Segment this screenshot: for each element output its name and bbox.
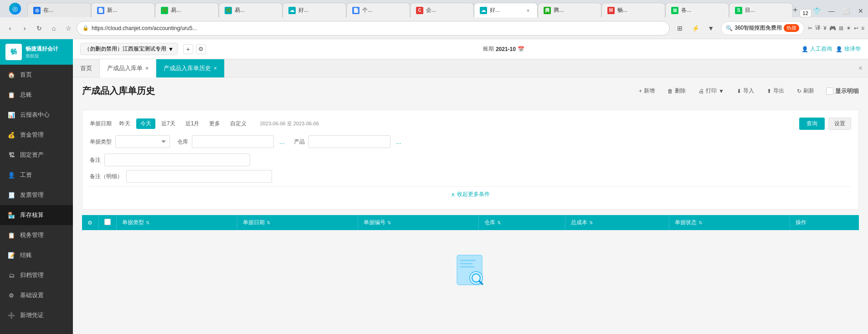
home-btn[interactable]: ⌂ <box>47 22 60 35</box>
grid-tool[interactable]: ⊞ <box>839 25 843 31</box>
list-tab-close[interactable]: × <box>145 65 149 72</box>
lightning-icon[interactable]: ⚡ <box>689 22 702 35</box>
sidebar-item-home[interactable]: 🏠 首页 <box>0 65 73 85</box>
translate-tool[interactable]: 译 <box>815 24 821 32</box>
close-btn[interactable]: ✕ <box>855 5 866 16</box>
export-btn[interactable]: ⬆ 导出 <box>762 85 789 97</box>
sidebar-item-inventory[interactable]: 🏪 库存核算 <box>0 205 73 225</box>
tab-tencent[interactable]: 腾 腾... <box>538 3 601 17</box>
sort-voucher-status[interactable]: 单据状态 ⇅ <box>675 219 784 226</box>
date-btn-yesterday[interactable]: 昨天 <box>115 118 134 129</box>
product-more-icon[interactable]: ... <box>394 138 403 145</box>
sun-tool[interactable]: ☀ <box>846 25 851 31</box>
game-tool[interactable]: 🎮 <box>829 25 836 31</box>
tab-easy2[interactable]: 🌿 易... <box>219 3 282 17</box>
calendar-icon[interactable]: 📅 <box>518 46 524 52</box>
breadcrumb-tab-history[interactable]: 产成品入库单历史 × <box>156 59 225 77</box>
company-selector[interactable]: （勿删勿禁用）江西服宝测试专用 ▼ <box>80 43 178 55</box>
sort-voucher-date[interactable]: 单据日期 ⇅ <box>243 219 352 226</box>
shirt-icon[interactable]: 👕 <box>812 5 822 16</box>
maximize-btn[interactable]: ⬜ <box>841 5 852 16</box>
sidebar-item-ledger[interactable]: 📋 总账 <box>0 85 73 105</box>
sort-voucher-no[interactable]: 单据编号 ⇅ <box>364 219 473 226</box>
refresh-btn[interactable]: ↻ 刷新 <box>792 85 819 97</box>
sort-voucher-type[interactable]: 单据类型 ⇅ <box>122 219 231 226</box>
favorite-btn[interactable]: ☆ <box>62 22 75 35</box>
th-voucher-no[interactable]: 单据编号 ⇅ <box>358 215 478 230</box>
breadcrumb-home[interactable]: 首页 <box>73 59 100 77</box>
tab-in-logo[interactable]: ◎ 在... <box>27 3 91 17</box>
sidebar-item-fund[interactable]: 💰 资金管理 <box>0 125 73 145</box>
query-btn[interactable]: 查询 <box>799 118 825 130</box>
product-input[interactable] <box>308 135 390 148</box>
url-bar[interactable]: 🔒 https://cloud.chanjet.com/accounting/u… <box>77 21 670 36</box>
app-logo-icon[interactable]: ◎ <box>9 3 21 15</box>
tab-each[interactable]: ⊞ 各... <box>665 3 729 17</box>
warehouse-input[interactable] <box>192 135 274 148</box>
tab-target[interactable]: S 目... <box>729 3 793 17</box>
panel-close-btn[interactable]: × <box>858 64 863 72</box>
select-all-checkbox[interactable] <box>104 219 111 225</box>
tab-easy1[interactable]: 🌿 易... <box>155 3 219 17</box>
user-service-btn[interactable]: 👤 人工咨询 <box>801 45 832 53</box>
remark-detail-input[interactable] <box>126 170 272 183</box>
arrow-down-icon[interactable]: ▼ <box>704 22 717 35</box>
date-btn-more[interactable]: 更多 <box>205 118 224 129</box>
tab-chang[interactable]: M 畅... <box>601 3 665 17</box>
user-profile-btn[interactable]: 👤 徐泽华 <box>836 45 861 53</box>
tab-personal[interactable]: 📄 个... <box>346 3 410 17</box>
new-tab-button[interactable]: + <box>793 3 798 17</box>
grid-icon[interactable]: ⊞ <box>673 22 686 35</box>
sidebar-item-new-voucher[interactable]: ➕ 新增凭证 <box>0 305 73 325</box>
add-company-btn[interactable]: + <box>183 44 193 54</box>
back-btn[interactable]: ‹ <box>4 22 16 35</box>
sidebar-item-report[interactable]: 📊 云报表中心 <box>0 105 73 125</box>
remark-input[interactable] <box>104 154 250 166</box>
undo-tool[interactable]: ↩ <box>854 25 858 31</box>
breadcrumb-tab-list[interactable]: 产成品入库单 × <box>100 59 156 77</box>
column-settings-icon[interactable]: ⚙ <box>87 220 92 226</box>
search-360-bar[interactable]: 🔍 360智能抠图免费用 热搜 <box>721 21 804 35</box>
yuan-tool[interactable]: ¥ <box>823 25 827 31</box>
th-voucher-date[interactable]: 单据日期 ⇅ <box>237 215 358 230</box>
refresh-btn[interactable]: ↻ <box>33 22 46 35</box>
sidebar-item-tax[interactable]: 📋 税务管理 <box>0 225 73 245</box>
tab-hao2[interactable]: ☁ 好... × <box>474 3 538 17</box>
sidebar-item-settle[interactable]: 📝 结账 <box>0 245 73 265</box>
tab-close-btn[interactable]: × <box>524 7 532 14</box>
more-tool[interactable]: ≡ <box>861 25 864 31</box>
th-gear[interactable]: ⚙ <box>82 215 98 230</box>
sidebar-item-salary[interactable]: 👤 工资 <box>0 165 73 185</box>
delete-btn[interactable]: 🗑 删除 <box>663 85 690 97</box>
sidebar-item-basic[interactable]: ⚙ 基础设置 <box>0 285 73 305</box>
sidebar-item-fixed[interactable]: 🏗 固定资产 <box>0 145 73 165</box>
import-btn[interactable]: ⬇ 导入 <box>732 85 759 97</box>
date-btn-custom[interactable]: 自定义 <box>226 118 251 129</box>
th-voucher-status[interactable]: 单据状态 ⇅ <box>669 215 790 230</box>
warehouse-more-icon[interactable]: ... <box>277 138 287 145</box>
tab-hao1[interactable]: ☁ 好... <box>282 3 346 17</box>
th-total-cost[interactable]: 总成本 ⇅ <box>565 215 669 230</box>
scissors-tool[interactable]: ✂ <box>808 25 812 31</box>
date-btn-7days[interactable]: 近7天 <box>157 118 180 129</box>
sidebar-item-archive[interactable]: 🗂 归档管理 <box>0 265 73 285</box>
collapse-btn[interactable]: ∧ 收起更多条件 <box>451 189 490 200</box>
display-toggle[interactable]: 显示明细 <box>826 87 859 95</box>
sort-total-cost[interactable]: 总成本 ⇅ <box>571 219 663 226</box>
voucher-type-select[interactable] <box>115 135 170 148</box>
forward-btn[interactable]: › <box>18 22 31 35</box>
date-btn-today[interactable]: 今天 <box>136 118 155 129</box>
th-warehouse[interactable]: 仓库 ⇅ <box>478 215 565 230</box>
date-btn-1month[interactable]: 近1月 <box>181 118 204 129</box>
th-checkbox[interactable] <box>98 215 116 230</box>
tab-new-doc[interactable]: 📄 新... <box>91 3 155 17</box>
history-tab-close[interactable]: × <box>214 65 217 72</box>
display-checkbox[interactable] <box>826 87 833 95</box>
company-settings-btn[interactable]: ⚙ <box>196 44 206 54</box>
print-btn[interactable]: 🖨 打印 ▼ <box>694 85 729 97</box>
minimize-btn[interactable]: — <box>826 5 837 16</box>
sort-warehouse[interactable]: 仓库 ⇅ <box>484 219 560 226</box>
tab-enterprise[interactable]: C 企... <box>410 3 474 17</box>
add-btn[interactable]: + 新增 <box>634 85 659 97</box>
sidebar-item-invoice[interactable]: 🧾 发票管理 <box>0 185 73 205</box>
